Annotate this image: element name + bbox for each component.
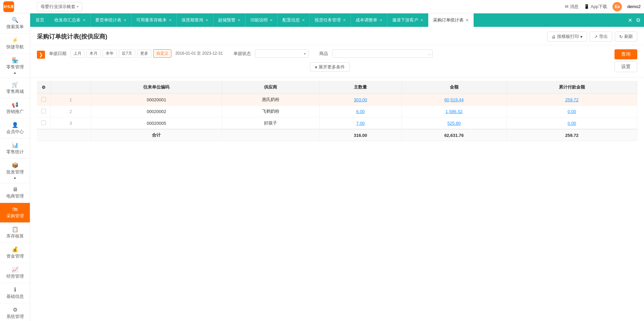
cell-checkbox[interactable] (37, 94, 50, 106)
filter-date-more[interactable]: 更多 (137, 49, 151, 58)
sidebar-item-marketing[interactable]: 📢 营销推广 (0, 98, 30, 118)
tab-available-inventory[interactable]: 可用量库存账本 ✕ (131, 13, 177, 27)
page-title: 采购订单统计表(按供应商) (37, 33, 107, 41)
close-icon[interactable]: ✕ (302, 18, 305, 22)
cell-checkbox[interactable] (37, 106, 50, 117)
cell-paid-amount[interactable]: 0.00 (506, 117, 637, 129)
sidebar-item-label: 基础信息 (6, 293, 24, 300)
page-header: 采购订单统计表(按供应商) 🖨 按模板打印 ▾ ↗ 导出 ↻ (30, 27, 644, 45)
col-main-qty: 主数量 (319, 81, 401, 94)
col-settings[interactable]: ⚙ (37, 81, 50, 94)
filter-date-custom[interactable]: 自定义 (153, 49, 171, 58)
goods-input-more-icon[interactable]: … (427, 51, 432, 56)
goods-filter-label: 商品 (319, 51, 328, 57)
sidebar-item-finance[interactable]: 💰 资金管理 (0, 243, 30, 263)
filter-date-this-month[interactable]: 本月 (87, 49, 101, 58)
tab-shelf-life[interactable]: 保质期查询 ✕ (177, 13, 213, 27)
table-row[interactable]: 2 00020002 飞鹤奶粉 6.00 1,586.52 0.00 (37, 106, 637, 117)
chevron-down-icon: ▾ (580, 34, 583, 39)
close-all-btn[interactable]: ✕ (627, 16, 634, 25)
close-icon[interactable]: ✕ (169, 18, 172, 22)
sidebar-item-label: 批发管理 (6, 169, 24, 175)
cell-main-qty[interactable]: 6.00 (319, 106, 401, 117)
close-icon[interactable]: ✕ (205, 18, 208, 22)
search-icon: 🔍 (12, 17, 18, 23)
app-download-btn[interactable]: 📱 App下载 (584, 4, 607, 10)
settings-button[interactable]: 设置 (614, 61, 637, 72)
table-row[interactable]: 1 00020001 惠氏奶粉 303.00 60,519.44 259.72 (37, 94, 637, 106)
tab-invite-downstream[interactable]: 邀请下游客户 ✕ (387, 13, 428, 27)
tab-cost-adjust[interactable]: 成本调整单 ✕ (351, 13, 387, 27)
cell-checkbox[interactable] (37, 117, 50, 129)
cell-unit-code: 00020005 (91, 117, 222, 129)
sidebar-item-retail-shop[interactable]: 🛒 零售商城 (0, 78, 30, 98)
nav-tabs-right: ✕ ⧉ (627, 16, 644, 25)
tab-overstock-warning[interactable]: 超储预警 ✕ (213, 13, 246, 27)
sidebar-item-label: 搜索英单 (6, 24, 24, 30)
close-icon[interactable]: ✕ (420, 18, 423, 22)
sidebar-item-inventory[interactable]: 📋 库存核算 (0, 223, 30, 243)
date-filter-label: 单据日期 (49, 51, 66, 57)
status-select[interactable] (255, 49, 309, 58)
cell-paid-amount[interactable]: 0.00 (506, 106, 637, 117)
restore-btn[interactable]: ⧉ (635, 16, 641, 24)
info-icon: ℹ (14, 286, 16, 293)
sidebar-item-purchase-mgmt[interactable]: 🛍 采购管理 (0, 203, 30, 223)
export-button[interactable]: ↗ 导出 (590, 32, 612, 42)
cell-amount[interactable]: 525.80 (401, 117, 506, 129)
avatar[interactable]: Ea (612, 2, 622, 11)
checkbox-icon[interactable] (41, 109, 46, 113)
filter-date-last-month[interactable]: 上月 (70, 49, 85, 58)
query-button[interactable]: 查询 (614, 49, 637, 59)
sidebar-item-retail-stats[interactable]: 📊 零售统计 (0, 139, 30, 159)
close-icon[interactable]: ✕ (237, 18, 240, 22)
filter-section: ❯ 单据日期 上月 本月 本年 近7天 更多 (30, 45, 644, 77)
goods-input[interactable] (332, 49, 433, 58)
refresh-button[interactable]: ↻ 刷新 (615, 32, 637, 42)
sidebar-item-ecommerce[interactable]: 🖥 电商管理 (0, 183, 30, 203)
sidebar-item-label: 电商管理 (6, 193, 24, 199)
cell-main-qty[interactable]: 7.00 (319, 117, 401, 129)
sidebar-item-label: 系统管理 (6, 314, 24, 320)
close-icon[interactable]: ✕ (83, 18, 86, 22)
sidebar-item-retail-mgmt[interactable]: 🏪 零售管理 ▲ (0, 54, 30, 78)
tab-config-info[interactable]: 配置信息 ✕ (278, 13, 310, 27)
sidebar-item-member-center[interactable]: 👤 会员中心 (0, 118, 30, 139)
sidebar-item-label: 采购管理 (6, 213, 24, 219)
sidebar-item-label: 快捷导航 (6, 44, 24, 50)
footer-paid-amount: 259.72 (506, 129, 637, 141)
close-icon[interactable]: ✕ (379, 18, 382, 22)
user-icon: 👤 (12, 122, 18, 128)
template-print-button[interactable]: 🖨 按模板打印 ▾ (547, 32, 587, 42)
filter-date-range: 2016-01-01 至 2023-12-31 (175, 51, 223, 56)
filter-date-this-year[interactable]: 本年 (103, 49, 117, 58)
checkbox-icon[interactable] (41, 97, 46, 102)
tab-picking-task[interactable]: 拣货任务管理 ✕ (310, 13, 351, 27)
table-row[interactable]: 3 00020005 好孩子 7.00 525.80 0.00 (37, 117, 637, 129)
message-btn[interactable]: ✉ 消息 (565, 4, 579, 10)
filter-date-7days[interactable]: 近7天 (119, 49, 135, 58)
close-icon[interactable]: ✕ (123, 18, 126, 22)
close-icon[interactable]: ✕ (343, 18, 346, 22)
sidebar-item-search[interactable]: 🔍 搜索英单 (0, 13, 30, 34)
account-selector[interactable]: 母婴行业演示账套 ▾ (37, 2, 82, 11)
sidebar-item-operations[interactable]: 📈 经营管理 (0, 263, 30, 283)
close-icon[interactable]: ✕ (466, 18, 469, 22)
tab-order-stats[interactable]: 要货单统计表 ✕ (91, 13, 131, 27)
sidebar-item-wholesale-mgmt[interactable]: 📦 批发管理 ▲ (0, 159, 30, 183)
expand-more-btn[interactable]: ▾ 展开更多条件 (310, 62, 350, 72)
sidebar-item-sys-mgmt[interactable]: ⚙ 系统管理 (0, 303, 30, 321)
cell-amount[interactable]: 1,586.52 (401, 106, 506, 117)
tab-purchase-order-stats[interactable]: 采购订单统计表 ✕ (428, 13, 474, 27)
tab-receive-summary[interactable]: 收发存汇总表 ✕ (50, 13, 91, 27)
cell-amount[interactable]: 60,519.44 (401, 94, 506, 106)
checkbox-icon[interactable] (41, 120, 46, 125)
sidebar-item-quick-nav[interactable]: ⚡ 快捷导航 (0, 34, 30, 54)
filter-toggle-btn[interactable]: ❯ (37, 51, 45, 59)
sidebar-item-basic-info[interactable]: ℹ 基础信息 (0, 283, 30, 303)
tab-home[interactable]: 首页 (30, 13, 50, 27)
cell-main-qty[interactable]: 303.00 (319, 94, 401, 106)
tab-function-desc[interactable]: 功能说明 ✕ (246, 13, 278, 27)
cell-paid-amount[interactable]: 259.72 (506, 94, 637, 106)
close-icon[interactable]: ✕ (270, 18, 273, 22)
